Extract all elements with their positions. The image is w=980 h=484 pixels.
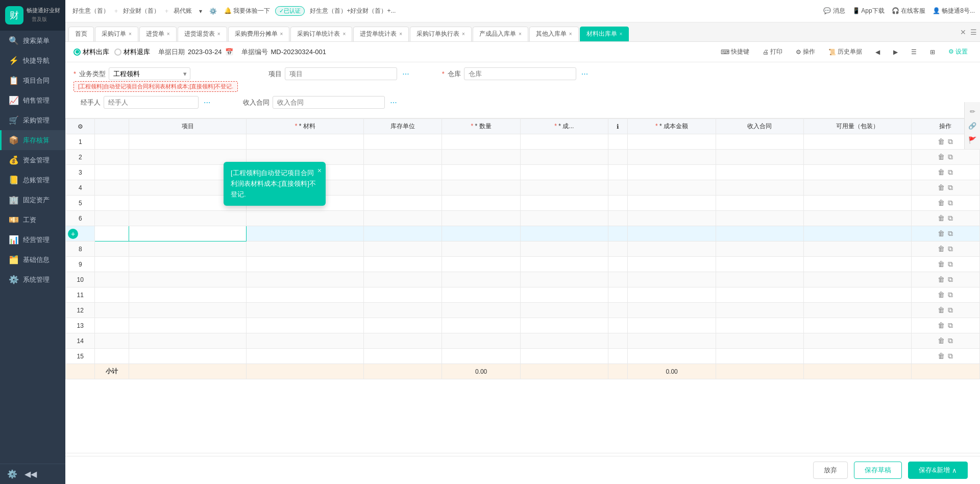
- delete-row-btn[interactable]: 🗑: [936, 245, 946, 253]
- tab-purchase-order[interactable]: 采购订单 ×: [95, 27, 138, 42]
- copy-row-btn[interactable]: ⧉: [946, 306, 954, 314]
- tab-material-out[interactable]: 材料出库单 ×: [580, 27, 629, 42]
- nav-next-btn[interactable]: ▶: [889, 47, 902, 57]
- tab-inbound-return-close[interactable]: ×: [217, 31, 220, 37]
- tab-product-in-close[interactable]: ×: [519, 31, 522, 37]
- topbar-link-easy-trade[interactable]: 易代账: [172, 6, 194, 16]
- warehouse-input[interactable]: [464, 68, 576, 80]
- sidebar-item-capital[interactable]: 💰 资金管理: [0, 150, 65, 170]
- tab-product-in[interactable]: 产成品入库单 ×: [473, 27, 528, 42]
- quick-key-btn[interactable]: ⌨ 快捷键: [717, 46, 753, 58]
- settings-icon-topbar[interactable]: ⚙️: [207, 7, 219, 16]
- copy-row-btn[interactable]: ⧉: [946, 245, 954, 253]
- copy-row-btn[interactable]: ⧉: [946, 352, 954, 360]
- sidebar-item-search[interactable]: 🔍 搜索菜单: [0, 31, 65, 51]
- operations-btn[interactable]: ⚙ 操作: [792, 46, 819, 58]
- income-contract-dots-icon[interactable]: ···: [388, 98, 399, 107]
- income-contract-input[interactable]: [273, 96, 384, 108]
- delete-row-btn[interactable]: 🗑: [936, 214, 946, 222]
- topbar-good-biz2[interactable]: 好生意（首）+好业财（首）+...: [308, 6, 398, 16]
- copy-row-btn[interactable]: ⧉: [946, 336, 954, 345]
- tab-purchase-stat[interactable]: 采购订单统计表 ×: [290, 27, 352, 42]
- tab-purchase-exec[interactable]: 采购订单执行表 ×: [410, 27, 472, 42]
- delete-row-btn[interactable]: 🗑: [936, 336, 946, 345]
- save-draft-button[interactable]: 保存草稿: [854, 462, 902, 479]
- copy-row-btn[interactable]: ⧉: [946, 183, 954, 191]
- user-menu-btn[interactable]: 👤 畅捷通8号...: [933, 7, 975, 15]
- handler-dots-icon[interactable]: ···: [202, 98, 212, 107]
- collapse-icon[interactable]: ◀◀: [24, 469, 37, 479]
- sidebar-item-assets[interactable]: 🏢 固定资产: [0, 190, 65, 210]
- copy-row-btn[interactable]: ⧉: [946, 321, 954, 329]
- sidebar-item-basic[interactable]: 🗂️ 基础信息: [0, 250, 65, 270]
- warehouse-dots-icon[interactable]: ···: [579, 69, 590, 79]
- copy-row-btn[interactable]: ⧉: [946, 214, 954, 222]
- th-settings[interactable]: ⚙: [66, 119, 95, 134]
- delete-row-btn[interactable]: 🗑: [936, 229, 946, 237]
- copy-row-btn[interactable]: ⧉: [946, 199, 954, 207]
- table-wrap[interactable]: ⚙ 项目 * 材料 库存单位 * 数量 * 成... ℹ * 成本金额 收入合同…: [65, 118, 980, 453]
- online-service-btn[interactable]: 🎧 在线客服: [892, 7, 925, 15]
- sidebar-item-sales[interactable]: 📈 销售管理: [0, 90, 65, 110]
- delete-row-btn[interactable]: 🗑: [936, 291, 946, 299]
- tab-inbound[interactable]: 进货单 ×: [139, 27, 177, 42]
- handler-input-wrap[interactable]: [104, 96, 199, 109]
- tab-purchase-stat-close[interactable]: ×: [342, 31, 346, 37]
- biz-type-arrow-icon[interactable]: ▾: [180, 70, 190, 78]
- message-btn[interactable]: 💬 消息: [823, 7, 845, 15]
- delete-row-btn[interactable]: 🗑: [936, 260, 946, 268]
- delete-row-btn[interactable]: 🗑: [936, 137, 946, 146]
- print-btn[interactable]: 🖨 打印: [758, 46, 787, 58]
- delete-row-btn[interactable]: 🗑: [936, 306, 946, 314]
- verified-badge[interactable]: ✓已认证: [275, 6, 305, 16]
- delete-row-btn[interactable]: 🗑: [936, 321, 946, 329]
- settings-btn[interactable]: ⚙ 设置: [944, 46, 972, 58]
- copy-row-btn[interactable]: ⧉: [946, 153, 954, 161]
- right-panel-link-btn[interactable]: 🔗: [966, 119, 978, 132]
- topbar-link-good-biz[interactable]: 好生意（首）: [70, 6, 111, 16]
- sidebar-logo[interactable]: 财 畅捷通好业财 普及版: [0, 0, 65, 31]
- copy-row-btn[interactable]: ⧉: [946, 229, 954, 237]
- radio-material-return[interactable]: 材料退库: [114, 47, 150, 57]
- tab-inbound-close[interactable]: ×: [167, 31, 170, 37]
- discard-button[interactable]: 放弃: [813, 462, 848, 479]
- project-input[interactable]: [285, 68, 397, 80]
- right-panel-edit-btn[interactable]: ✏: [966, 105, 978, 117]
- delete-row-btn[interactable]: 🗑: [936, 168, 946, 176]
- sidebar-item-system[interactable]: ⚙️ 系统管理: [0, 270, 65, 289]
- handler-input[interactable]: [104, 96, 198, 108]
- sidebar-item-purchase[interactable]: 🛒 采购管理: [0, 110, 65, 130]
- tab-purchase-order-close[interactable]: ×: [129, 31, 132, 37]
- project-dots-icon[interactable]: ···: [400, 69, 411, 79]
- topbar-link-good-wealth[interactable]: 好业财（首）: [121, 6, 162, 16]
- delete-row-btn[interactable]: 🗑: [936, 199, 946, 207]
- tab-material-out-close[interactable]: ×: [620, 31, 623, 37]
- add-row-button[interactable]: +: [68, 229, 78, 239]
- copy-row-btn[interactable]: ⧉: [946, 291, 954, 299]
- copy-row-btn[interactable]: ⧉: [946, 137, 954, 146]
- view-list-btn[interactable]: ☰: [907, 47, 921, 57]
- tab-purchase-exec-close[interactable]: ×: [462, 31, 465, 37]
- delete-row-btn[interactable]: 🗑: [936, 153, 946, 161]
- tab-inbound-return[interactable]: 进货退货表 ×: [178, 27, 227, 42]
- tab-home[interactable]: 首页: [68, 27, 94, 42]
- tab-inbound-stat[interactable]: 进货单统计表 ×: [353, 27, 409, 42]
- copy-row-btn[interactable]: ⧉: [946, 168, 954, 176]
- tab-close-all-icon[interactable]: ✕: [960, 28, 966, 36]
- tab-purchase-fee[interactable]: 采购费用分摊单 ×: [228, 27, 290, 42]
- copy-row-btn[interactable]: ⧉: [946, 275, 954, 283]
- sidebar-item-inventory[interactable]: 📦 库存核算: [0, 130, 65, 150]
- project-input-wrap[interactable]: [285, 67, 397, 80]
- sidebar-item-project[interactable]: 📋 项目合同: [0, 70, 65, 90]
- biz-type-input-wrap[interactable]: ▾: [109, 67, 190, 80]
- delete-row-btn[interactable]: 🗑: [936, 352, 946, 360]
- history-btn[interactable]: 📜 历史单据: [824, 46, 866, 58]
- radio-material-out[interactable]: 材料出库: [74, 47, 109, 57]
- nav-prev-btn[interactable]: ◀: [871, 47, 884, 57]
- tab-purchase-fee-close[interactable]: ×: [280, 31, 283, 37]
- calendar-icon[interactable]: 📅: [225, 48, 233, 56]
- delete-row-btn[interactable]: 🗑: [936, 183, 946, 191]
- copy-row-btn[interactable]: ⧉: [946, 260, 954, 268]
- save-new-button[interactable]: 保存&新增 ∧: [908, 462, 968, 479]
- sidebar-item-quick[interactable]: ⚡ 快捷导航: [0, 51, 65, 70]
